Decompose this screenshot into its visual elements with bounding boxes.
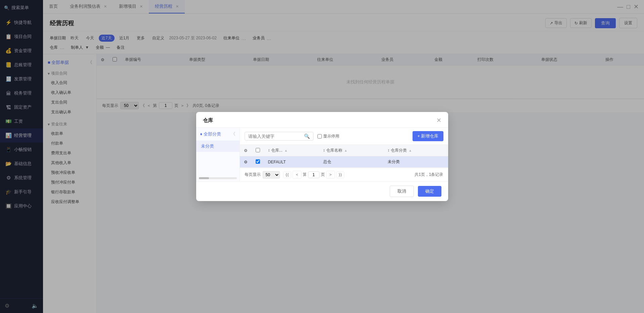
modal-table-header-name: ↕ 仓库名称 ▲ [319,145,384,156]
modal-table-cell-category: 未分类 [384,156,448,168]
add-warehouse-button[interactable]: + 新增仓库 [413,131,443,141]
modal-sidebar-item-label: 未分类 [201,144,214,149]
modal-table-header-code: ↕ 仓库... ▲ [264,145,319,156]
modal-header: 仓库 ✕ [196,112,448,128]
modal-sidebar-header-label: ♦ 全部分类 [200,131,221,137]
modal-page-suffix: 页 [321,172,325,178]
modal-close-button[interactable]: ✕ [436,117,441,124]
modal-sidebar-scroll: 未分类 [196,141,240,177]
modal-confirm-button[interactable]: 确定 [418,186,441,197]
warehouse-modal: 仓库 ✕ ♦ 全部分类 《 未分类 [196,112,448,201]
modal-first-page-btn[interactable]: ⟨⟨ [283,171,291,178]
modal-table-cell-name: 总仓 [319,156,384,168]
modal-main: 🔍 显示停用 + 新增仓库 ⚙ [240,128,448,181]
modal-sidebar-header: ♦ 全部分类 《 [196,128,240,141]
sort-category-icon: ▲ [409,149,412,152]
modal-title: 仓库 [203,117,213,124]
modal-footer-bar: 每页显示 50 100 ⟨⟨ ＜ 算 页 ＞ ⟩⟩ [240,168,448,181]
modal-table-cell-code: DEFAULT [264,156,319,168]
modal-search-input[interactable] [248,134,302,139]
modal-table-header-gear: ⚙ [240,145,252,156]
modal-page-input[interactable] [308,171,319,178]
modal-select-all-checkbox[interactable] [256,148,260,152]
modal-search-icon: 🔍 [304,133,310,139]
sort-name-icon: ▲ [344,149,347,152]
modal-table-header-checkbox[interactable] [252,145,264,156]
modal-table-header-category: ↕ 仓库分类 ▲ [384,145,448,156]
sort-code-icon: ▲ [284,149,288,152]
modal-prev-page-btn[interactable]: ＜ [293,171,301,179]
modal-next-page-btn[interactable]: ＞ [326,171,335,179]
modal-table-wrap: ⚙ ↕ 仓库... ▲ ↕ 仓库名称 ▲ [240,145,448,168]
modal-table-row[interactable]: ⚙ DEFAULT 总仓 未分类 [240,156,448,168]
modal-table-cell-checkbox[interactable] [252,156,264,168]
modal-per-page: 每页显示 50 100 [245,171,280,179]
modal-sidebar: ♦ 全部分类 《 未分类 [196,128,240,181]
modal-table: ⚙ ↕ 仓库... ▲ ↕ 仓库名称 ▲ [240,145,448,168]
modal-row-checkbox[interactable] [256,159,260,164]
modal-page-label: 算 [303,172,307,178]
modal-overlay: 仓库 ✕ ♦ 全部分类 《 未分类 [0,0,644,313]
show-disabled-checkbox[interactable] [317,134,322,139]
modal-table-cell-gear: ⚙ [240,156,252,168]
modal-toolbar: 🔍 显示停用 + 新增仓库 [240,128,448,145]
modal-actions: 取消 确定 [196,181,448,201]
modal-cancel-button[interactable]: 取消 [390,186,414,197]
modal-sidebar-item-uncategorized[interactable]: 未分类 [196,141,240,152]
modal-search-box[interactable]: 🔍 [245,132,313,141]
modal-last-page-btn[interactable]: ⟩⟩ [336,171,344,178]
modal-total-info: 共1页，1条记录 [415,172,443,178]
modal-sidebar-collapse-icon[interactable]: 《 [231,131,235,137]
modal-pager: ⟨⟨ ＜ 算 页 ＞ ⟩⟩ [283,171,344,179]
modal-body: ♦ 全部分类 《 未分类 [196,128,448,181]
modal-per-page-select[interactable]: 50 100 [263,171,280,179]
show-disabled-label: 显示停用 [323,133,339,139]
show-disabled-checkbox-group: 显示停用 [317,133,339,139]
modal-per-page-label: 每页显示 [245,172,261,178]
